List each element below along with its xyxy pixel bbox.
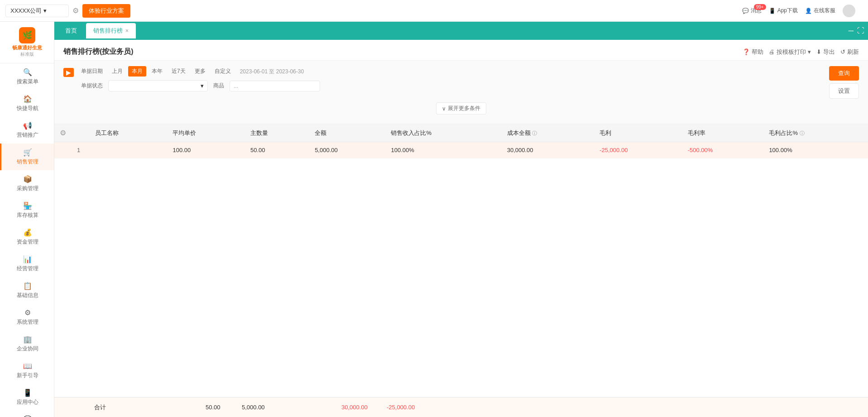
wechat-icon: 💬	[23, 415, 32, 417]
status-select[interactable]: ▾	[108, 80, 208, 91]
query-settings-col: 查询 设置	[829, 66, 859, 99]
refresh-icon: ↺	[840, 48, 845, 55]
refresh-btn[interactable]: ↺ 刷新	[840, 48, 859, 56]
sidebar-item-apps[interactable]: 📱 应用中心	[0, 384, 54, 411]
home-icon: 🏠	[23, 95, 32, 103]
marketing-icon: 📢	[23, 121, 32, 130]
main-area: 🌿 畅康通好生意 标准版 🔍 搜索菜单 🏠 快捷导航 📢 营销推广 🛒 销售管理	[0, 22, 868, 417]
col-gross-pct: 毛利占比% ⓘ	[763, 124, 868, 142]
cell-amount: 5,000.00	[309, 142, 385, 158]
company-name: XXXXX公司	[10, 7, 42, 15]
cell-settings	[54, 142, 72, 158]
sidebar-item-purchase[interactable]: 📦 采购管理	[0, 170, 54, 197]
logo-sub: 标准版	[20, 51, 34, 58]
settings-icon[interactable]: ⚙	[72, 6, 79, 15]
sidebar-item-search[interactable]: 🔍 搜索菜单	[0, 63, 54, 90]
date-tab-more[interactable]: 更多	[191, 66, 209, 77]
sidebar-item-quick[interactable]: 🏠 快捷导航	[0, 90, 54, 117]
date-tab-last-month[interactable]: 上月	[108, 66, 126, 77]
date-tabs: 上月 本月 本年 近7天 更多 自定义	[108, 66, 235, 77]
message-btn[interactable]: 💬 消息 99+	[742, 7, 762, 14]
tab-bar: 首页 销售排行榜 × ─ ⛶	[54, 22, 868, 40]
footer-quantity: 50.00	[200, 404, 236, 411]
page-header: 销售排行榜(按业务员) ❓ 帮助 🖨 按模板打印 ▾ ⬇	[54, 40, 868, 61]
print-icon: 🖨	[769, 48, 775, 55]
sidebar-item-finance[interactable]: 💰 资金管理	[0, 224, 54, 250]
app-icon: 📱	[769, 8, 776, 14]
industry-btn[interactable]: 体验行业方案	[82, 4, 130, 18]
export-btn[interactable]: ⬇ 导出	[816, 48, 835, 56]
col-cost: 成本全额 ⓘ	[502, 124, 594, 142]
goods-ellipsis: ...	[234, 83, 238, 89]
sidebar-item-basic[interactable]: 📋 基础信息	[0, 277, 54, 304]
gross-pct-info-icon[interactable]: ⓘ	[800, 130, 805, 136]
logo-area: 🌿 畅康通好生意 标准版	[0, 22, 54, 63]
sidebar-label-operations: 经营管理	[17, 265, 38, 273]
col-quantity: 主数量	[245, 124, 309, 142]
cell-gross: -25,000.00	[594, 142, 682, 158]
goods-label: 商品	[213, 82, 224, 90]
guide-icon: 📖	[23, 362, 32, 370]
content-area: 首页 销售排行榜 × ─ ⛶ 销售排行榜(按业务员) ❓	[54, 22, 868, 417]
sidebar-item-enterprise[interactable]: 🏢 企业协同	[0, 331, 54, 357]
cost-info-icon[interactable]: ⓘ	[532, 130, 537, 136]
tab-sales-ranking[interactable]: 销售排行榜 ×	[86, 23, 136, 38]
sidebar-label-inventory: 库存核算	[17, 211, 38, 219]
date-tab-current-year[interactable]: 本年	[148, 66, 166, 77]
company-selector[interactable]: XXXXX公司 ▾	[5, 5, 69, 17]
app-download-btn[interactable]: 📱 App下载	[769, 7, 798, 14]
sidebar-item-operations[interactable]: 📊 经营管理	[0, 250, 54, 277]
tab-active-label: 销售排行榜	[93, 27, 123, 35]
enterprise-icon: 🏢	[23, 335, 32, 344]
settings-button[interactable]: 设置	[829, 83, 859, 99]
logo-icon: 🌿	[19, 27, 35, 43]
message-badge: 99+	[754, 4, 766, 10]
sidebar-label-marketing: 营销推广	[17, 131, 38, 139]
help-btn[interactable]: ❓ 帮助	[743, 48, 763, 56]
filter-date-group: 单据日期 上月 本月 本年 近7天 更多 自定义 2023-06-01 至 20…	[81, 66, 822, 77]
sidebar-label-guide: 新手引导	[17, 372, 38, 379]
finance-icon: 💰	[23, 228, 32, 237]
column-settings-icon[interactable]: ⚙	[60, 129, 66, 137]
table-header-row: ⚙ 员工名称 平均单价 主数量 全额 销售收入占比% 成本全额 ⓘ 毛利 毛	[54, 124, 868, 142]
cell-sales-pct: 100.00%	[385, 142, 501, 158]
expand-more-btn[interactable]: ∨ 展开更多条件	[436, 102, 486, 115]
footer-label: 合计	[60, 403, 159, 412]
expand-chevron-icon: ∨	[442, 105, 446, 112]
status-label: 单据状态	[81, 82, 103, 90]
date-tab-current-month[interactable]: 本月	[128, 66, 146, 77]
avatar[interactable]	[843, 5, 855, 17]
date-tab-7days[interactable]: 近7天	[168, 66, 189, 77]
print-btn[interactable]: 🖨 按模板打印 ▾	[769, 48, 811, 56]
filter-toggle-icon[interactable]: ▶	[63, 68, 74, 77]
date-tab-custom[interactable]: 自定义	[211, 66, 235, 77]
tab-close-icon[interactable]: ×	[125, 28, 129, 34]
basic-icon: 📋	[23, 282, 32, 290]
data-table: ⚙ 员工名称 平均单价 主数量 全额 销售收入占比% 成本全额 ⓘ 毛利 毛	[54, 124, 868, 158]
top-right-area: 💬 消息 99+ 📱 App下载 👤 在线客服	[742, 5, 863, 17]
date-range: 2023-06-01 至 2023-06-30	[240, 68, 304, 76]
footer-gross: -25,000.00	[381, 404, 427, 411]
col-rank	[72, 124, 90, 142]
print-chevron-icon: ▾	[808, 48, 811, 55]
tab-maximize-icon[interactable]: ⛶	[857, 27, 864, 35]
online-service-btn[interactable]: 👤 在线客服	[805, 7, 835, 14]
expand-row: ∨ 展开更多条件	[63, 99, 859, 118]
goods-input[interactable]: ...	[230, 81, 320, 91]
tab-minimize-icon[interactable]: ─	[849, 27, 854, 35]
sidebar-item-inventory[interactable]: 🏪 库存核算	[0, 197, 54, 224]
sidebar-item-marketing[interactable]: 📢 营销推广	[0, 117, 54, 144]
sidebar-item-wechat[interactable]: 💬 企业微信	[0, 411, 54, 417]
inventory-icon: 🏪	[23, 201, 32, 210]
query-button[interactable]: 查询	[829, 66, 859, 81]
page-content: 销售排行榜(按业务员) ❓ 帮助 🖨 按模板打印 ▾ ⬇	[54, 40, 868, 417]
col-avg-price: 平均单价	[167, 124, 245, 142]
chevron-down-icon: ▾	[43, 7, 47, 14]
sidebar-label-system: 系统管理	[17, 318, 38, 326]
sidebar-item-sales[interactable]: 🛒 销售管理	[0, 144, 54, 170]
footer-cost: 30,000.00	[336, 404, 381, 411]
sidebar-item-guide[interactable]: 📖 新手引导	[0, 357, 54, 384]
sidebar-item-system[interactable]: ⚙ 系统管理	[0, 304, 54, 331]
tab-home[interactable]: 首页	[58, 23, 84, 38]
col-settings[interactable]: ⚙	[54, 124, 72, 142]
